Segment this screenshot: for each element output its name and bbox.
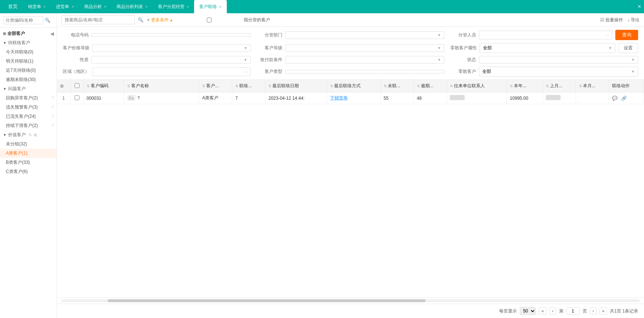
filter-row-nature: 性质 ▼ [63, 56, 251, 64]
nav-customer-contact[interactable]: 客户联络 × [194, 0, 226, 13]
sidebar-group-problem[interactable]: ▼ 问题客户 [0, 84, 57, 93]
value-group-label: 价值客户 [8, 132, 26, 138]
filter-search-icon[interactable]: 🔍 [138, 17, 143, 22]
close-product-list-tab[interactable]: × [145, 4, 147, 9]
customer-code: 000031 [83, 92, 124, 104]
close-product-analysis-tab[interactable]: × [104, 4, 106, 9]
value-arrow: ▼ [3, 133, 7, 137]
retail-attr-select[interactable]: 全部 ▼ [480, 43, 615, 53]
sidebar-group-value[interactable]: ▼ 价值客户 ↻ ⊞ [0, 130, 57, 139]
sidebar-item-churn-warning[interactable]: 流失预警客户(3) ? [0, 103, 57, 112]
sidebar-search-icon[interactable]: 🔍 [45, 18, 50, 23]
region-select[interactable]: ··· [92, 67, 251, 76]
my-customers-filter[interactable]: 我分管的客户 [176, 17, 270, 23]
sidebar-item-repeat-abnormal[interactable]: 回购异常客户(2) ? [0, 93, 57, 103]
row-checkbox[interactable] [75, 95, 79, 100]
last-contact-method: 下销货单 [327, 92, 380, 104]
sort-icon: ⇅ [87, 84, 90, 88]
first-page-btn[interactable]: « [539, 307, 547, 315]
th-current-year: ⇅本年... [507, 80, 543, 92]
data-table-container: ⚙ ⇅客户编码 ⇅客户名称 ⇅客户... ⇅联络... ⇅最后联络日期 ⇅最后联… [57, 80, 644, 297]
dept-select[interactable]: ▼ [285, 31, 444, 39]
price-level-label: 客户价格等级 [63, 45, 89, 51]
sidebar: 🔍 ⊞ 全部客户 ◀ ▼ 待联络客户 今天待联络(0) 明天待联络(1) 近7天… [0, 13, 57, 318]
nav-customer-segmentation[interactable]: 客户分层经营 × [153, 0, 194, 13]
sort-icon-date: ⇅ [268, 84, 271, 88]
sort-icon-curr-month: ⇅ [579, 84, 582, 88]
close-contact-tab[interactable]: × [219, 4, 221, 9]
nav-purchase[interactable]: 进货单 × [51, 0, 79, 13]
action-link-icon[interactable]: 🔗 [621, 96, 627, 101]
horizontal-scrollbar[interactable] [61, 299, 640, 302]
sidebar-item-class-a[interactable]: A类客户(1) [0, 149, 57, 158]
sidebar-search-input[interactable] [3, 16, 43, 24]
main-layout: 🔍 ⊞ 全部客户 ◀ ▼ 待联络客户 今天待联络(0) 明天待联络(1) 近7天… [0, 13, 644, 318]
retail-caret: ▼ [631, 70, 635, 74]
price-level-select[interactable]: ▼ [92, 44, 251, 52]
sidebar-item-class-c[interactable]: C类客户(6) [0, 167, 57, 176]
column-settings-icon[interactable]: ⚙ [60, 84, 64, 89]
batch-operation-btn[interactable]: ☑ 批量操作 [600, 17, 623, 23]
sidebar-item-today[interactable]: 今天待联络(0) [0, 47, 57, 57]
per-page-select[interactable]: 50 [520, 307, 536, 315]
customer-type-label: 客户类型 [257, 68, 282, 75]
search-input[interactable] [61, 15, 135, 24]
close-all-tabs[interactable]: × [638, 3, 641, 10]
nature-select[interactable]: ▼ [92, 56, 251, 64]
sidebar-item-tomorrow[interactable]: 明天待联络(1) [0, 57, 57, 66]
manager-select[interactable]: ··· [479, 31, 612, 39]
retail-select[interactable]: 全部 ▼ [479, 67, 638, 77]
payment-select[interactable]: ▼ [285, 56, 444, 64]
customer-level-select[interactable]: ▼ [285, 44, 444, 52]
sidebar-item-unclassified[interactable]: 未分组(32) [0, 139, 57, 149]
sidebar-item-declining[interactable]: 持续下滑客户(2) ? [0, 121, 57, 130]
export-label: 导出 [631, 17, 640, 23]
scrollbar-thumb[interactable] [108, 299, 426, 302]
filter-row-price-level: 客户价格等级 ▼ [63, 43, 251, 53]
prev-page-btn[interactable]: ‹ [550, 307, 556, 315]
contact-method-link[interactable]: 下销货单 [330, 95, 348, 100]
phone-input[interactable] [92, 33, 251, 37]
my-customers-checkbox[interactable] [176, 18, 242, 22]
nav-product-analysis[interactable]: 商品分析 × [79, 0, 111, 13]
sidebar-collapse-icon[interactable]: ◀ [50, 31, 54, 36]
retail-attr-label: 零散客户属性 [450, 45, 477, 51]
export-btn[interactable]: ↓ 导出 [627, 17, 640, 23]
search-button[interactable]: 查询 [615, 30, 638, 40]
sidebar-group-pending[interactable]: ▼ 待联络客户 [0, 38, 57, 47]
close-purchase-tab[interactable]: × [71, 4, 74, 9]
th-actions: 联络动作 [609, 80, 644, 92]
close-sales-tab[interactable]: × [43, 4, 46, 9]
filter-bar: 🔍 ▼ 更多条件 ▲ 我分管的客户 ☑ 批量操作 ↓ 导出 [57, 13, 644, 27]
sidebar-item-overdue[interactable]: 逾期未联络(30) [0, 75, 57, 84]
nav-product-analysis-list[interactable]: 商品分析列表 × [111, 0, 153, 13]
sidebar-item-churned[interactable]: 已流失客户(24) ? [0, 112, 57, 121]
last-month-placeholder [546, 95, 561, 100]
status-select[interactable]: ▼ [479, 56, 638, 64]
all-customers-label[interactable]: 全部客户 [7, 31, 25, 37]
next-page-btn[interactable]: › [590, 307, 597, 315]
close-segmentation-tab[interactable]: × [187, 4, 189, 9]
problem-group-label: 问题客户 [8, 86, 26, 92]
last-page-btn[interactable]: » [600, 307, 607, 315]
retail-attr-caret: ▼ [608, 46, 612, 50]
filter-row-customer-type: 客户类型 [257, 67, 444, 77]
select-all-checkbox[interactable] [75, 83, 79, 88]
nav-sales[interactable]: 销货单 × [23, 0, 51, 13]
contact-count: 7 [232, 92, 265, 104]
action-comment-icon[interactable]: 💬 [612, 96, 618, 101]
page-number-input[interactable] [566, 307, 580, 315]
more-conditions-btn[interactable]: ▼ 更多条件 ▲ [146, 17, 173, 23]
sidebar-item-7days[interactable]: 近7天待联络(0) [0, 66, 57, 75]
value-group-refresh[interactable]: ↻ [29, 133, 32, 137]
value-group-settings[interactable]: ⊞ [34, 133, 37, 137]
payment-label: 收付款条件 [257, 57, 282, 63]
payment-caret: ▼ [437, 58, 441, 62]
sidebar-item-class-b[interactable]: B类客户(33) [0, 158, 57, 167]
customer-level-label: 客户等级 [257, 45, 282, 51]
nav-home[interactable]: 首页 [3, 0, 23, 13]
settings-button[interactable]: 设置 [618, 43, 638, 53]
customer-type-input[interactable] [285, 70, 444, 74]
top-navigation: 首页 销货单 × 进货单 × 商品分析 × 商品分析列表 × 客户分层经营 × … [0, 0, 644, 13]
manager-label: 分管人员 [450, 32, 476, 38]
